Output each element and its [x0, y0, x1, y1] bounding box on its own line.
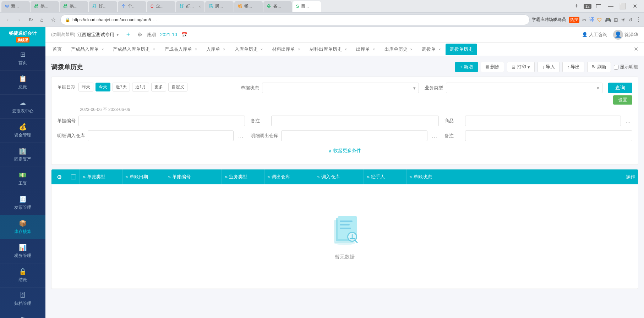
- calendar-icon[interactable]: 📅: [181, 32, 187, 38]
- app-tab-transfer-history[interactable]: 调拨单历史: [446, 44, 477, 55]
- collapse-btn[interactable]: ∧ 收起更多条件: [328, 145, 361, 156]
- app-tab-material-out-history[interactable]: 材料出库单历史 ×: [305, 44, 351, 55]
- filter-detail-in-more-btn[interactable]: …: [236, 133, 245, 139]
- tab-material-out-history-close[interactable]: ×: [345, 47, 347, 51]
- browser-tab-2[interactable]: 易 易...: [31, 1, 59, 12]
- filter-status-select[interactable]: ▾: [262, 83, 419, 93]
- window-ctrl-btn[interactable]: 🗖: [594, 1, 604, 11]
- col-num[interactable]: ⇅ 单账编号: [165, 169, 222, 184]
- forward-btn[interactable]: ›: [14, 15, 24, 25]
- sidebar-item-cloud-report[interactable]: ☁ 云报表中心: [0, 95, 45, 119]
- browser-tab-6[interactable]: C 企...: [147, 1, 175, 12]
- filter-goods-input[interactable]: [465, 116, 621, 126]
- tab-material-out-close[interactable]: ×: [298, 47, 300, 51]
- close-btn[interactable]: ✕: [630, 1, 640, 11]
- col-type[interactable]: ⇅ 单账类型: [80, 169, 122, 184]
- minimize-btn[interactable]: —: [606, 1, 616, 11]
- query-btn[interactable]: 查询: [608, 83, 632, 93]
- browser-tab-3[interactable]: 易 易...: [60, 1, 88, 12]
- display-toggle-checkbox[interactable]: [614, 65, 618, 69]
- tab-in-history-close[interactable]: ×: [261, 47, 263, 51]
- col-settings[interactable]: ⚙: [51, 169, 67, 184]
- date-btn-7days[interactable]: 近7天: [113, 83, 130, 91]
- app-tab-out-history[interactable]: 出库单历史 ×: [380, 44, 417, 55]
- print-btn[interactable]: ⊟ 打印 ▾: [507, 62, 535, 72]
- filter-remark-input[interactable]: [271, 116, 438, 126]
- date-btn-1month[interactable]: 近1月: [132, 83, 149, 91]
- app-tab-transfer[interactable]: 调拨单 ×: [417, 44, 445, 55]
- bookmark-btn[interactable]: ☆: [48, 15, 58, 25]
- tab-bar-close-all[interactable]: ✕: [631, 46, 641, 52]
- tab-product-in2-close[interactable]: ×: [195, 47, 197, 51]
- sidebar-item-ledger[interactable]: 📋 总账: [0, 71, 45, 95]
- browser-tab-5[interactable]: 个 个...: [118, 1, 146, 12]
- app-tab-product-in-history[interactable]: 产成品入库单历史 ×: [109, 44, 159, 55]
- filter-detail-out-input[interactable]: [281, 130, 427, 141]
- browser-tab-8[interactable]: 腾 腾...: [205, 1, 234, 12]
- tab-product-in-close[interactable]: ×: [102, 47, 104, 51]
- new-btn[interactable]: + 新增: [455, 62, 477, 72]
- browser-tab-4[interactable]: 好 好...: [89, 1, 117, 12]
- filter-detail-out-more-btn[interactable]: …: [430, 133, 439, 139]
- app-tab-out-order[interactable]: 出库单 ×: [352, 44, 379, 55]
- display-toggle[interactable]: 显示明细: [614, 64, 638, 70]
- back-btn[interactable]: ‹: [3, 15, 13, 25]
- sidebar-item-fixed-assets[interactable]: 🏢 固定资产: [0, 143, 45, 167]
- sidebar-item-salary[interactable]: 💵 工资: [0, 167, 45, 191]
- address-bar[interactable]: 🔒 https://cloud.chanjet.com/accounting/u…: [60, 15, 530, 25]
- tab-out-order-close[interactable]: ×: [373, 47, 375, 51]
- sidebar-item-invoice[interactable]: 🧾 发票管理: [0, 191, 45, 215]
- date-btn-yesterday[interactable]: 昨天: [78, 83, 93, 91]
- date-btn-more[interactable]: 更多: [151, 83, 166, 91]
- app-tab-material-out[interactable]: 材料出库单 ×: [268, 44, 304, 55]
- tab-in-order-close[interactable]: ×: [223, 47, 225, 51]
- browser-tab-10[interactable]: 各 各...: [263, 1, 292, 12]
- import-btn[interactable]: ↓ 导入: [537, 62, 560, 72]
- date-btn-today[interactable]: 今天: [95, 83, 110, 91]
- filter-remark2-input[interactable]: [465, 130, 632, 141]
- customer-service-btn[interactable]: 👤 人工咨询: [582, 32, 607, 38]
- delete-btn[interactable]: ⊠ 删除: [481, 62, 504, 72]
- filter-detail-in-input[interactable]: [88, 130, 234, 141]
- new-tab-btn[interactable]: +: [572, 1, 582, 11]
- browser-tab-11[interactable]: S 目...: [293, 1, 321, 12]
- refresh-btn[interactable]: ↻ 刷新: [587, 62, 611, 72]
- sidebar-item-tax[interactable]: 📊 税务管理: [0, 239, 45, 263]
- sidebar-item-close[interactable]: 🔒 结账: [0, 263, 45, 288]
- tab-out-history-close[interactable]: ×: [410, 47, 413, 51]
- tab7-close[interactable]: ×: [199, 4, 201, 9]
- sidebar-item-inventory[interactable]: 📦 库存核算: [0, 215, 45, 239]
- col-biz[interactable]: ⇅ 业务类型: [222, 169, 264, 184]
- sidebar-item-home[interactable]: ⊞ 首页: [0, 46, 45, 71]
- app-tab-home[interactable]: 首页: [48, 44, 66, 55]
- col-handler[interactable]: ⇅ 经手人: [364, 169, 406, 184]
- sidebar-item-fund[interactable]: 💰 资金管理: [0, 119, 45, 143]
- tab-transfer-close[interactable]: ×: [438, 47, 441, 51]
- add-company-btn[interactable]: +: [123, 30, 133, 40]
- col-date[interactable]: ⇅ 单账日期: [122, 169, 165, 184]
- maximize-btn[interactable]: ⬜: [618, 1, 628, 11]
- reload-btn[interactable]: ↻: [26, 15, 36, 25]
- filter-goods-more-btn[interactable]: …: [624, 118, 632, 124]
- col-out[interactable]: ⇅ 调出仓库: [264, 169, 314, 184]
- company-selector[interactable]: (勿删勿禁用) 江西服宝测试专用 ▾: [51, 32, 119, 38]
- filter-biz-type-select[interactable]: ▾: [446, 83, 602, 93]
- period-value[interactable]: 2021-10: [160, 32, 177, 37]
- app-tab-product-in2[interactable]: 产成品入库单 ×: [160, 44, 201, 55]
- export-btn[interactable]: ↑ 导出: [562, 62, 584, 72]
- browser-tab-9[interactable]: 畅 畅...: [234, 1, 263, 12]
- date-btn-custom[interactable]: 自定义: [168, 83, 187, 91]
- col-check[interactable]: [67, 169, 80, 184]
- col-status[interactable]: ⇅ 单账状态: [406, 169, 449, 184]
- browser-tab-1[interactable]: W 新...: [1, 1, 30, 12]
- app-tab-in-history[interactable]: 入库单历史 ×: [230, 44, 267, 55]
- browser-tab-7[interactable]: 好 好... ×: [176, 1, 204, 12]
- user-profile-btn[interactable]: 👤 徐泽华: [613, 30, 638, 40]
- filter-order-no-input[interactable]: [78, 116, 245, 126]
- filter-settings-btn[interactable]: 设置: [613, 95, 632, 105]
- settings-icon[interactable]: ⚙: [137, 31, 142, 38]
- col-in[interactable]: ⇅ 调入仓库: [314, 169, 364, 184]
- sidebar-item-archive[interactable]: 🗄 归档管理: [0, 288, 45, 311]
- select-all-checkbox[interactable]: [71, 174, 76, 179]
- tab-product-in-history-close[interactable]: ×: [153, 47, 155, 51]
